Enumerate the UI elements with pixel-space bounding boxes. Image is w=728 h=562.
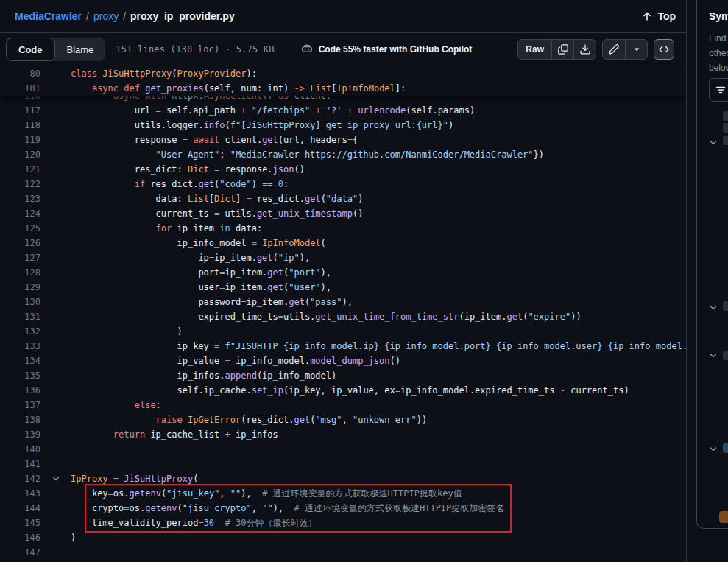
- line-number[interactable]: 142: [0, 471, 40, 486]
- line-gutter: [40, 530, 71, 545]
- line-number[interactable]: 123: [0, 192, 40, 206]
- code-line: 122 if res_dict.get("code") == 0:: [0, 177, 686, 192]
- code-text: response = await client.get(url, headers…: [71, 133, 686, 147]
- line-number[interactable]: 118: [0, 118, 40, 133]
- code-text: ip_value = ip_info_model.model_dump_json…: [71, 354, 686, 368]
- line-gutter: [40, 206, 71, 221]
- code-line: 139 return ip_cache_list + ip_infos: [0, 427, 686, 442]
- raw-button[interactable]: Raw: [518, 40, 551, 59]
- symbol-pill[interactable]: [723, 111, 728, 121]
- symbol-pill[interactable]: [723, 351, 728, 360]
- line-number[interactable]: 131: [0, 309, 40, 324]
- code-text: "User-Agent": "MediaCrawler https://gith…: [71, 147, 686, 162]
- code-line: 80class JiSuHttpProxy(ProxyProvider):: [0, 66, 686, 81]
- line-number[interactable]: 137: [0, 398, 40, 412]
- symbol-pill[interactable]: [723, 123, 728, 133]
- edit-button[interactable]: [603, 40, 625, 59]
- line-number[interactable]: 117: [0, 103, 40, 118]
- line-number[interactable]: 119: [0, 133, 40, 147]
- line-number[interactable]: 127: [0, 250, 40, 265]
- code-line: 126 ip_info_model = IpInfoModel(: [0, 236, 686, 250]
- line-number[interactable]: 143: [0, 486, 40, 501]
- code-text: else:: [71, 398, 686, 412]
- line-number[interactable]: 133: [0, 339, 40, 354]
- line-gutter: [40, 398, 71, 412]
- code-line: 141: [0, 457, 686, 471]
- copy-button[interactable]: [551, 40, 573, 59]
- line-number[interactable]: 146: [0, 530, 40, 545]
- copilot-icon: [301, 43, 313, 55]
- code-text: ip_infos.append(ip_info_model): [71, 368, 686, 383]
- code-line: 133 ip_key = f"JISUHTTP_{ip_info_model.i…: [0, 339, 686, 354]
- code-editor: 116 async with httpx.AsyncClient() as cl…: [0, 66, 686, 561]
- line-number[interactable]: 130: [0, 295, 40, 309]
- tab-blame[interactable]: Blame: [55, 38, 106, 61]
- line-number[interactable]: 136: [0, 383, 40, 398]
- copilot-banner[interactable]: Code 55% faster with GitHub Copilot: [301, 43, 473, 55]
- line-number[interactable]: 122: [0, 177, 40, 192]
- line-gutter: [40, 383, 71, 398]
- line-number[interactable]: 128: [0, 265, 40, 280]
- code-line: 146): [0, 530, 686, 545]
- symbol-pill[interactable]: [723, 443, 728, 453]
- line-gutter: [40, 545, 71, 560]
- edit-dropdown-button[interactable]: [625, 40, 647, 59]
- line-number[interactable]: 124: [0, 206, 40, 221]
- file-view: MediaCrawler/proxy/proxy_ip_provider.py …: [0, 0, 687, 562]
- line-gutter: [40, 368, 71, 383]
- line-number[interactable]: 126: [0, 236, 40, 250]
- line-number[interactable]: 147: [0, 545, 40, 560]
- line-number[interactable]: 120: [0, 147, 40, 162]
- symbols-filter-button[interactable]: [709, 78, 728, 102]
- code-text: ip_key = f"JISUHTTP_{ip_info_model.ip}_{…: [71, 339, 686, 354]
- line-number[interactable]: 144: [0, 501, 40, 516]
- line-number[interactable]: 121: [0, 162, 40, 177]
- code-text: user=ip_item.get("user"),: [71, 280, 686, 295]
- line-number[interactable]: 145: [0, 516, 40, 530]
- breadcrumb-dir-link[interactable]: proxy: [93, 10, 119, 22]
- symbol-pill[interactable]: [719, 511, 728, 523]
- line-gutter: [40, 324, 71, 339]
- code-line: 138 raise IpGetError(res_dict.get("msg",…: [0, 412, 686, 427]
- line-number[interactable]: 139: [0, 427, 40, 442]
- code-line: 137 else:: [0, 398, 686, 412]
- line-number[interactable]: 80: [0, 66, 40, 81]
- line-collapse-toggle[interactable]: [40, 471, 71, 486]
- download-button[interactable]: [573, 40, 596, 59]
- code-text: expired_time_ts=utils.get_unix_time_from…: [71, 309, 686, 324]
- line-number[interactable]: 132: [0, 324, 40, 339]
- code-text: data: List[Dict] = res_dict.get("data"): [71, 192, 686, 206]
- code-line: 140: [0, 442, 686, 457]
- line-gutter: [40, 81, 71, 96]
- code-text: async def get_proxies(self, num: int) ->…: [71, 81, 686, 96]
- back-to-top-button[interactable]: Top: [641, 10, 676, 22]
- breadcrumb-repo-link[interactable]: MediaCrawler: [15, 10, 82, 22]
- symbol-group-chevron-icon[interactable]: [709, 137, 718, 150]
- line-gutter: [40, 280, 71, 295]
- line-number[interactable]: 129: [0, 280, 40, 295]
- code-line: 118 utils.logger.info(f"[JiSuHttpProxy] …: [0, 118, 686, 133]
- collapse-chevron-icon: [52, 474, 60, 483]
- symbols-pane-toggle-button[interactable]: [654, 39, 674, 60]
- line-number[interactable]: 141: [0, 457, 40, 471]
- symbol-group-chevron-icon[interactable]: [709, 443, 718, 457]
- line-gutter: [40, 118, 71, 133]
- line-number[interactable]: 138: [0, 412, 40, 427]
- line-number[interactable]: 140: [0, 442, 40, 457]
- line-number[interactable]: 125: [0, 221, 40, 236]
- tab-code[interactable]: Code: [6, 38, 55, 61]
- symbol-pill[interactable]: [723, 136, 728, 145]
- line-gutter: [40, 221, 71, 236]
- line-gutter: [40, 516, 71, 530]
- symbol-group-chevron-icon[interactable]: [709, 302, 718, 315]
- line-number[interactable]: 101: [0, 81, 40, 96]
- code-lines: 116 async with httpx.AsyncClient() as cl…: [0, 88, 686, 560]
- line-gutter: [40, 265, 71, 280]
- symbol-pill[interactable]: [723, 301, 728, 311]
- line-number[interactable]: 135: [0, 368, 40, 383]
- code-line: 124 current_ts = utils.get_unix_timestam…: [0, 206, 686, 221]
- symbol-group-chevron-icon[interactable]: [709, 350, 718, 363]
- line-gutter: [40, 250, 71, 265]
- line-number[interactable]: 134: [0, 354, 40, 368]
- breadcrumb-separator: /: [82, 10, 93, 22]
